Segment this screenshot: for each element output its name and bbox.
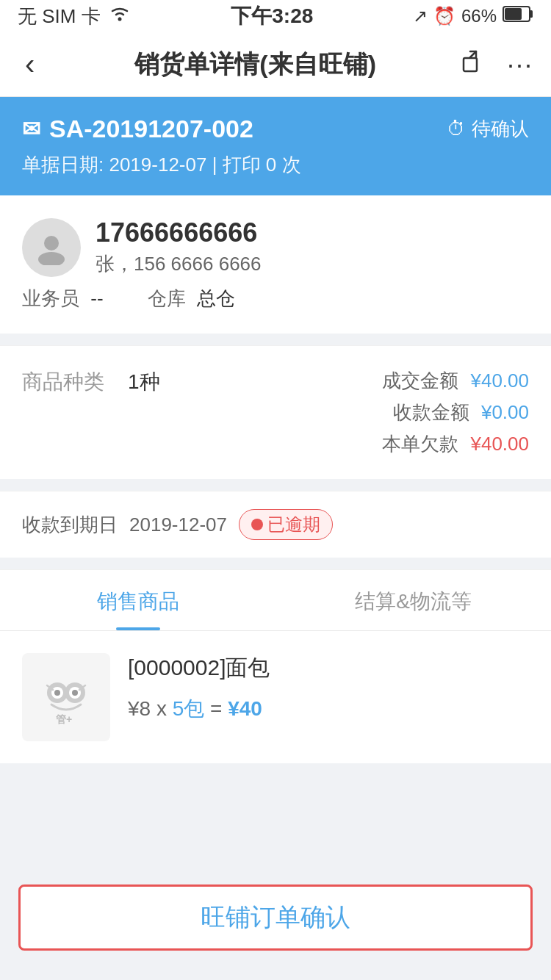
order-icon: ✉ [22, 116, 40, 142]
product-name: [0000002]面包 [128, 653, 529, 683]
owed-amount-label: 本单欠款 [382, 431, 458, 457]
tab-sales-products[interactable]: 销售商品 [0, 570, 276, 630]
order-date: 单据日期: 2019-12-07 | 打印 0 次 [22, 152, 529, 178]
svg-point-0 [118, 17, 121, 21]
due-date-label: 收款到期日 [22, 512, 118, 538]
back-button[interactable]: ‹ [18, 40, 42, 88]
tab-sales-label: 销售商品 [97, 590, 179, 613]
deal-amount-value: ¥40.00 [470, 370, 529, 392]
due-date-value: 2019-12-07 [129, 514, 227, 536]
overdue-dot [251, 519, 263, 530]
product-types-label: 商品种类 [22, 368, 104, 396]
warehouse-value: 总仓 [197, 287, 235, 309]
customer-meta: 业务员 -- 仓库 总仓 [22, 286, 529, 311]
amounts: 成交金额 ¥40.00 收款金额 ¥0.00 本单欠款 ¥40.00 [382, 368, 529, 457]
customer-card: 17666666666 张，156 6666 6666 业务员 -- 仓库 总仓 [0, 195, 551, 334]
collected-amount-row: 收款金额 ¥0.00 [393, 400, 529, 425]
confirm-btn-wrap: 旺铺订单确认 [18, 884, 533, 951]
product-qty: 5包 [173, 697, 205, 720]
customer-phone: 17666666666 [96, 217, 262, 248]
alarm-icon: ⏰ [433, 6, 455, 26]
avatar [22, 218, 81, 277]
salesman-value: -- [90, 287, 103, 309]
summary-row: 商品种类 1种 成交金额 ¥40.00 收款金额 ¥0.00 本单欠款 ¥40.… [22, 368, 529, 457]
owed-amount-value: ¥40.00 [470, 433, 529, 455]
share-button[interactable] [461, 49, 486, 80]
svg-rect-3 [505, 8, 522, 20]
products-section: 管+ [0000002]面包 ¥8 x 5包 = ¥40 [0, 631, 551, 763]
order-id: ✉ SA-20191207-002 [22, 115, 253, 143]
location-icon: ↗ [413, 6, 428, 26]
summary-card: 商品种类 1种 成交金额 ¥40.00 收款金额 ¥0.00 本单欠款 ¥40.… [0, 346, 551, 479]
customer-info: 17666666666 张，156 6666 6666 [96, 217, 262, 277]
customer-row: 17666666666 张，156 6666 6666 [22, 217, 529, 277]
product-equals: = [204, 697, 228, 720]
status-right: ↗ ⏰ 66% [413, 6, 533, 26]
wifi-icon [108, 5, 132, 28]
product-price-row: ¥8 x 5包 = ¥40 [128, 695, 529, 723]
svg-point-7 [38, 252, 65, 265]
battery-label: 66% [461, 6, 497, 26]
nav-right-buttons: ··· [461, 49, 533, 80]
carrier-label: 无 SIM 卡 [18, 4, 101, 29]
status-left: 无 SIM 卡 [18, 4, 132, 29]
order-status: ⏱ 待确认 [447, 116, 529, 142]
product-thumbnail: 管+ [22, 653, 110, 741]
overdue-text: 已逾期 [267, 513, 320, 536]
tab-settlement[interactable]: 结算&物流等 [276, 570, 551, 630]
more-button[interactable]: ··· [507, 49, 533, 80]
warehouse-item: 仓库 总仓 [148, 286, 235, 311]
order-header-top: ✉ SA-20191207-002 ⏱ 待确认 [22, 115, 529, 143]
svg-point-13 [72, 690, 78, 696]
due-date-card: 收款到期日 2019-12-07 已逾期 [0, 491, 551, 558]
warehouse-label: 仓库 [148, 287, 186, 309]
status-bar: 无 SIM 卡 下午3:28 ↗ ⏰ 66% [0, 0, 551, 32]
page-title: 销货单详情(来自旺铺) [49, 48, 461, 82]
product-types: 商品种类 1种 [22, 368, 160, 396]
salesman-item: 业务员 -- [22, 286, 104, 311]
battery-icon [503, 6, 533, 26]
deal-amount-row: 成交金额 ¥40.00 [382, 368, 529, 394]
product-price: ¥8 x [128, 697, 173, 720]
svg-point-12 [54, 690, 60, 696]
product-item: 管+ [0000002]面包 ¥8 x 5包 = ¥40 [0, 631, 551, 763]
status-clock-icon: ⏱ [447, 118, 466, 140]
customer-name: 张，156 6666 6666 [96, 251, 262, 277]
product-types-value: 1种 [128, 368, 160, 396]
collected-amount-label: 收款金额 [393, 400, 469, 425]
order-id-text: SA-20191207-002 [49, 115, 253, 143]
svg-rect-2 [530, 10, 533, 18]
status-text: 待确认 [472, 116, 529, 142]
collected-amount-value: ¥0.00 [481, 401, 529, 424]
salesman-label: 业务员 [22, 287, 79, 309]
deal-amount-label: 成交金额 [382, 368, 458, 394]
overdue-badge: 已逾期 [239, 509, 333, 540]
status-time: 下午3:28 [231, 2, 313, 30]
tabs-bar: 销售商品 结算&物流等 [0, 570, 551, 631]
product-info: [0000002]面包 ¥8 x 5包 = ¥40 [128, 653, 529, 723]
confirm-button[interactable]: 旺铺订单确认 [18, 884, 533, 951]
confirm-button-label: 旺铺订单确认 [201, 901, 350, 934]
order-header: ✉ SA-20191207-002 ⏱ 待确认 单据日期: 2019-12-07… [0, 97, 551, 195]
tab-settlement-label: 结算&物流等 [355, 590, 472, 613]
product-total: ¥40 [228, 697, 262, 720]
svg-rect-4 [464, 58, 477, 71]
nav-bar: ‹ 销货单详情(来自旺铺) ··· [0, 32, 551, 97]
svg-point-6 [44, 236, 59, 251]
owed-amount-row: 本单欠款 ¥40.00 [382, 431, 529, 457]
svg-text:管+: 管+ [56, 713, 72, 725]
